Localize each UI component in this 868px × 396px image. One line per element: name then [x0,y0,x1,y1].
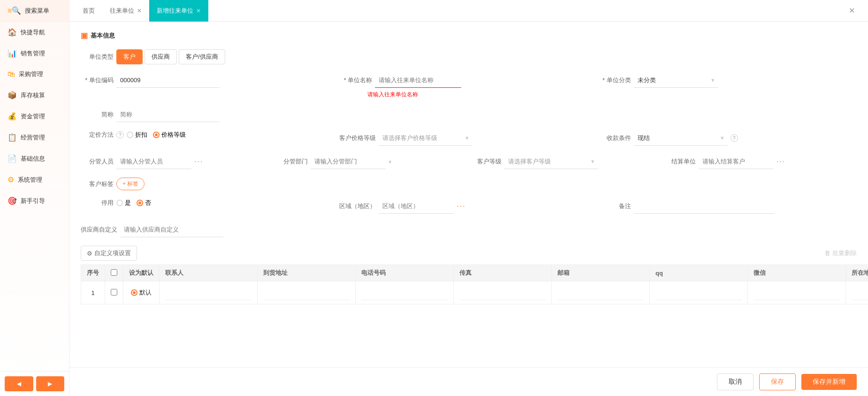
payment-condition-select[interactable]: 现结 ▾ [634,131,728,146]
tab-partner-close[interactable]: ✕ [137,0,142,22]
settlement-unit-label: 结算单位 [663,157,696,166]
payment-help-icon[interactable]: ? [731,134,738,142]
settlement-unit-input[interactable] [699,154,774,169]
customer-price-level-chevron: ▾ [465,134,469,141]
sidebar-item-purchase[interactable]: 🛍 采购管理 [0,64,69,85]
remark-group: 备注 [598,199,857,214]
radio-no[interactable]: 否 [137,199,151,207]
customer-level-chevron: ▾ [591,158,594,165]
home-icon: 🏠 [8,28,17,37]
customer-price-level-group: 客户价格等级 请选择客户价格等级 ▾ [339,131,598,146]
section-title-text: 基本信息 [91,31,115,40]
td-fax-input[interactable] [459,285,546,300]
region-more-btn[interactable]: ··· [457,202,465,210]
payment-condition-label: 收款条件 [598,134,631,142]
btn-customer[interactable]: 客户 [116,49,143,64]
sidebar-item-search[interactable]: ≡🔍 搜索菜单 [0,0,69,22]
region-input[interactable] [379,199,454,214]
basic-icon: 📄 [8,154,17,163]
unit-code-label: * 单位编码 [81,76,114,85]
radio-level-label: 价格等级 [161,131,186,139]
unit-category-chevron: ▾ [711,77,715,84]
sidebar-item-system[interactable]: ⚙ 系统管理 [0,169,69,190]
payment-condition-value: 现结 [638,134,650,142]
save-button[interactable]: 保存 [759,373,796,390]
unit-name-group: * 单位名称 请输入往来单位名称 [339,73,598,99]
sidebar-collapse-btn[interactable]: ◀ [5,376,33,391]
short-name-input[interactable] [116,107,220,122]
sidebar-item-operation[interactable]: 📋 经营管理 [0,127,69,148]
settlement-unit-group: 结算单位 ··· [663,154,857,169]
td-contact-input[interactable] [165,285,251,300]
td-phone-input[interactable] [361,285,448,300]
remark-input[interactable] [634,199,775,214]
sidebar-item-purchase-label: 采购管理 [19,70,43,78]
sidebar-item-basic[interactable]: 📄 基础信息 [0,148,69,169]
disabled-row: 停用 是 否 区域（地区） ··· 备注 [81,199,857,214]
sidebar-expand-btn[interactable]: ▶ [36,376,65,391]
unit-code-input[interactable] [116,73,220,88]
th-default: 设为默认 [123,265,160,281]
cancel-button[interactable]: 取消 [717,373,754,390]
radio-level-circle [153,132,160,138]
customer-tag-group: 客户标签 + 标签 [81,178,857,190]
tab-home-label: 首页 [83,0,95,22]
add-tag-btn[interactable]: + 标签 [116,178,145,190]
settlement-unit-more-btn[interactable]: ··· [777,157,785,166]
td-qq-input[interactable] [655,285,742,300]
tab-new-partner[interactable]: 新增往来单位 ✕ [149,0,208,22]
sidebar-item-guide-label: 新手引导 [21,197,45,205]
unit-category-select[interactable]: 未分类 ▾ [634,73,718,88]
sidebar-item-inventory[interactable]: 📦 库存核算 [0,85,69,106]
sidebar-item-quicknav[interactable]: 🏠 快捷导航 [0,22,69,43]
department-input[interactable] [311,154,386,169]
pricing-radio-group: 折扣 价格等级 [127,131,186,139]
row-default-label: 默认 [139,288,152,297]
sidebar-bottom: ◀ ▶ [0,371,69,396]
pricing-method-group: 定价方法 ? 折扣 价格等级 [81,131,339,139]
manager-more-btn[interactable]: ··· [194,157,203,166]
tab-new-partner-close[interactable]: ✕ [196,0,201,22]
unit-category-label: * 单位分类 [598,76,631,85]
customer-level-select[interactable]: 请选择客户等级 ▾ [504,154,598,169]
radio-level[interactable]: 价格等级 [153,131,186,139]
tab-partner[interactable]: 往来单位 ✕ [102,0,149,22]
radio-yes[interactable]: 是 [116,199,131,207]
save-new-button[interactable]: 保存并新增 [801,374,857,390]
supplier-custom-row: 供应商自定义 [81,222,857,237]
customer-level-group: 客户等级 请选择客户等级 ▾ [469,154,663,169]
finance-icon: 💰 [8,112,17,121]
manager-input[interactable] [116,154,191,169]
unit-name-input[interactable] [375,73,461,88]
select-all-checkbox[interactable] [111,269,117,276]
td-wechat [748,281,846,304]
sidebar-item-guide[interactable]: 🎯 新手引导 [0,190,69,211]
sidebar-item-sales[interactable]: 📊 销售管理 [0,43,69,64]
supplier-custom-input[interactable] [120,222,223,237]
sidebar-item-sales-label: 销售管理 [21,49,45,58]
custom-settings-btn[interactable]: ⚙ 自定义项设置 [81,246,137,261]
supplier-custom-label: 供应商自定义 [81,225,117,234]
disabled-group: 停用 是 否 [81,199,339,207]
tab-home[interactable]: 首页 [75,0,102,22]
disabled-radio-group: 是 否 [116,199,151,207]
search-icon: ≡🔍 [8,6,21,15]
row-default-radio[interactable]: 默认 [129,288,153,297]
td-wechat-input[interactable] [754,285,840,300]
td-region [846,281,868,304]
btn-both[interactable]: 客户/供应商 [179,49,225,64]
radio-discount[interactable]: 折扣 [127,131,147,139]
payment-condition-group: 收款条件 现结 ▾ ? [598,131,857,146]
row-checkbox[interactable] [111,289,117,295]
customer-price-level-select[interactable]: 请选择客户价格等级 ▾ [379,131,472,146]
unit-category-value: 未分类 [638,76,656,85]
radio-no-circle [137,200,143,206]
td-region-input[interactable] [852,285,868,300]
td-email-input[interactable] [557,285,644,300]
td-address-input[interactable] [263,285,350,300]
batch-delete-btn[interactable]: 🗑 批量删除 [824,249,857,257]
sidebar-item-finance[interactable]: 💰 资金管理 [0,106,69,127]
pricing-help-icon[interactable]: ? [116,131,124,139]
btn-supplier[interactable]: 供应商 [145,49,177,64]
tab-close-all-btn[interactable]: ✕ [841,6,862,15]
